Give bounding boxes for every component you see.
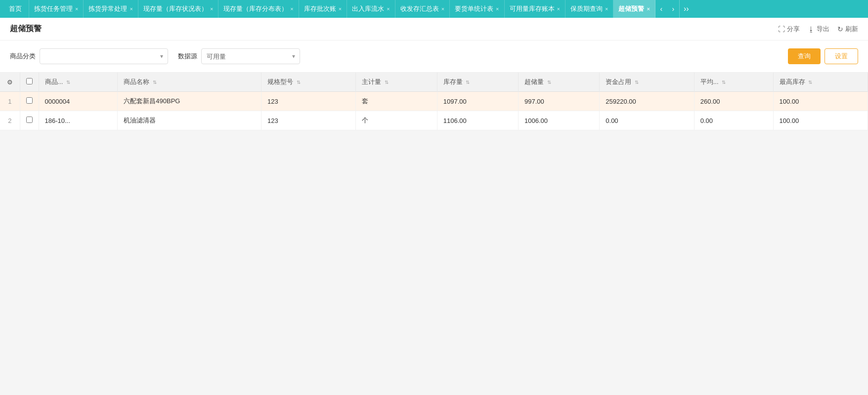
- row-number-1: 1: [0, 92, 20, 111]
- nav-tab-3[interactable]: 现存量（库存状况表） ×: [138, 0, 218, 18]
- filter-area: 商品分类 数据源 可用量 查询 设置: [0, 40, 868, 73]
- sort-icon-max-stock: ⇅: [808, 79, 812, 85]
- column-max-stock[interactable]: 最高库存 ⇅: [773, 73, 868, 92]
- column-stock[interactable]: 库存量 ⇅: [437, 73, 518, 92]
- table-row: 1 0000004 六配套新昌490BPG 123 套 1097.00 997.…: [0, 92, 868, 111]
- column-avg[interactable]: 平均... ⇅: [694, 73, 773, 92]
- nav-tab-2[interactable]: 拣货异常处理 ×: [84, 0, 138, 18]
- column-over-stock[interactable]: 超储量 ⇅: [519, 73, 600, 92]
- cell-over-stock-1: 997.00: [519, 92, 600, 111]
- nav-tab-9[interactable]: 可用量库存账本 ×: [505, 0, 565, 18]
- close-tab-5[interactable]: ×: [339, 6, 342, 12]
- page-title: 超储预警: [10, 24, 42, 34]
- row-checkbox-2[interactable]: [20, 111, 39, 130]
- query-button[interactable]: 查询: [788, 48, 821, 64]
- nav-home[interactable]: 首页: [2, 0, 29, 18]
- column-spec[interactable]: 规格型号 ⇅: [261, 73, 356, 92]
- table-row: 2 186-10... 机油滤清器 123 个 1106.00 1006.00 …: [0, 111, 868, 130]
- datasource-select-wrap: 可用量: [201, 48, 300, 64]
- top-navigation: 首页 拣货任务管理 × 拣货异常处理 × 现存量（库存状况表） × 现存量（库存…: [0, 0, 868, 18]
- cell-max-stock-1: 100.00: [773, 92, 868, 111]
- cell-product-code-1: 0000004: [39, 92, 118, 111]
- nav-tab-11[interactable]: 超储预警 ×: [613, 0, 655, 18]
- close-tab-1[interactable]: ×: [75, 6, 78, 12]
- nav-tab-1[interactable]: 拣货任务管理 ×: [29, 0, 84, 18]
- cell-max-stock-2: 100.00: [773, 111, 868, 130]
- cell-spec-1: 123: [261, 92, 356, 111]
- cell-capital-1: 259220.00: [600, 92, 694, 111]
- datasource-select[interactable]: 可用量: [201, 48, 300, 64]
- nav-tab-6[interactable]: 出入库流水 ×: [347, 0, 395, 18]
- cell-product-code-2: 186-10...: [39, 111, 118, 130]
- cell-capital-2: 0.00: [600, 111, 694, 130]
- refresh-button[interactable]: ↻ 刷新: [837, 25, 858, 34]
- nav-tab-8[interactable]: 要货单统计表 ×: [450, 0, 504, 18]
- sort-icon-stock: ⇅: [466, 79, 470, 85]
- close-tab-11[interactable]: ×: [647, 6, 650, 12]
- close-tab-8[interactable]: ×: [496, 6, 499, 12]
- nav-tab-7[interactable]: 收发存汇总表 ×: [395, 0, 450, 18]
- category-select-wrap: [40, 48, 168, 64]
- share-button[interactable]: ⛶ 分享: [778, 25, 800, 34]
- nav-tab-5[interactable]: 库存批次账 ×: [299, 0, 347, 18]
- checkbox-row-1[interactable]: [26, 97, 33, 104]
- category-label: 商品分类: [10, 52, 36, 61]
- cell-stock-1: 1097.00: [437, 92, 518, 111]
- cell-stock-2: 1106.00: [437, 111, 518, 130]
- sort-icon-capital: ⇅: [635, 79, 639, 85]
- cell-unit-2: 个: [356, 111, 437, 130]
- cell-avg-2: 0.00: [694, 111, 773, 130]
- select-all-checkbox[interactable]: [26, 78, 33, 84]
- cell-unit-1: 套: [356, 92, 437, 111]
- column-product-name[interactable]: 商品名称 ⇅: [118, 73, 261, 92]
- header-actions: ⛶ 分享 ⭳ 导出 ↻ 刷新: [778, 25, 858, 34]
- page-header: 超储预警 ⛶ 分享 ⭳ 导出 ↻ 刷新: [0, 18, 868, 40]
- row-number-2: 2: [0, 111, 20, 130]
- sort-icon-over-stock: ⇅: [547, 79, 551, 85]
- row-checkbox-1[interactable]: [20, 92, 39, 111]
- nav-next-arrow[interactable]: ›: [667, 0, 679, 18]
- export-icon: ⭳: [808, 25, 815, 33]
- table-container: ⚙ 商品... ⇅ 商品名称 ⇅ 规格型号 ⇅ 主计量: [0, 73, 868, 130]
- close-tab-3[interactable]: ×: [210, 6, 213, 12]
- nav-expand-btn[interactable]: ››: [679, 0, 693, 18]
- cell-product-name-1: 六配套新昌490BPG: [118, 92, 261, 111]
- sort-icon-product-code: ⇅: [66, 79, 70, 85]
- cell-avg-1: 260.00: [694, 92, 773, 111]
- close-tab-6[interactable]: ×: [387, 6, 390, 12]
- column-gear[interactable]: ⚙: [0, 73, 20, 92]
- close-tab-2[interactable]: ×: [130, 6, 132, 12]
- column-capital-occupied[interactable]: 资金占用 ⇅: [600, 73, 694, 92]
- sort-icon-avg: ⇅: [722, 79, 726, 85]
- column-product-code[interactable]: 商品... ⇅: [39, 73, 118, 92]
- cell-over-stock-2: 1006.00: [519, 111, 600, 130]
- sort-icon-product-name: ⇅: [153, 79, 157, 85]
- share-icon: ⛶: [778, 25, 785, 33]
- close-tab-7[interactable]: ×: [441, 6, 444, 12]
- category-select[interactable]: [40, 48, 168, 64]
- nav-prev-arrow[interactable]: ‹: [655, 0, 667, 18]
- cell-product-name-2: 机油滤清器: [118, 111, 261, 130]
- sort-icon-unit: ⇅: [385, 79, 389, 85]
- table-header-row: ⚙ 商品... ⇅ 商品名称 ⇅ 规格型号 ⇅ 主计量: [0, 73, 868, 92]
- filter-actions: 查询 设置: [788, 48, 858, 64]
- datasource-filter-group: 数据源 可用量: [178, 48, 300, 64]
- checkbox-row-2[interactable]: [26, 117, 33, 123]
- close-tab-4[interactable]: ×: [290, 6, 293, 12]
- sort-icon-spec: ⇅: [297, 79, 301, 85]
- column-select-all[interactable]: [20, 73, 39, 92]
- data-table: ⚙ 商品... ⇅ 商品名称 ⇅ 规格型号 ⇅ 主计量: [0, 73, 868, 130]
- export-button[interactable]: ⭳ 导出: [808, 25, 829, 34]
- close-tab-10[interactable]: ×: [605, 6, 608, 12]
- refresh-icon: ↻: [837, 25, 843, 33]
- nav-tab-10[interactable]: 保质期查询 ×: [565, 0, 613, 18]
- category-filter-group: 商品分类: [10, 48, 168, 64]
- gear-icon: ⚙: [7, 79, 13, 86]
- table-body: 1 0000004 六配套新昌490BPG 123 套 1097.00 997.…: [0, 92, 868, 130]
- settings-button[interactable]: 设置: [825, 48, 858, 64]
- cell-spec-2: 123: [261, 111, 356, 130]
- datasource-label: 数据源: [178, 52, 197, 61]
- close-tab-9[interactable]: ×: [557, 6, 560, 12]
- nav-tab-4[interactable]: 现存量（库存分布表） ×: [218, 0, 299, 18]
- column-unit[interactable]: 主计量 ⇅: [356, 73, 437, 92]
